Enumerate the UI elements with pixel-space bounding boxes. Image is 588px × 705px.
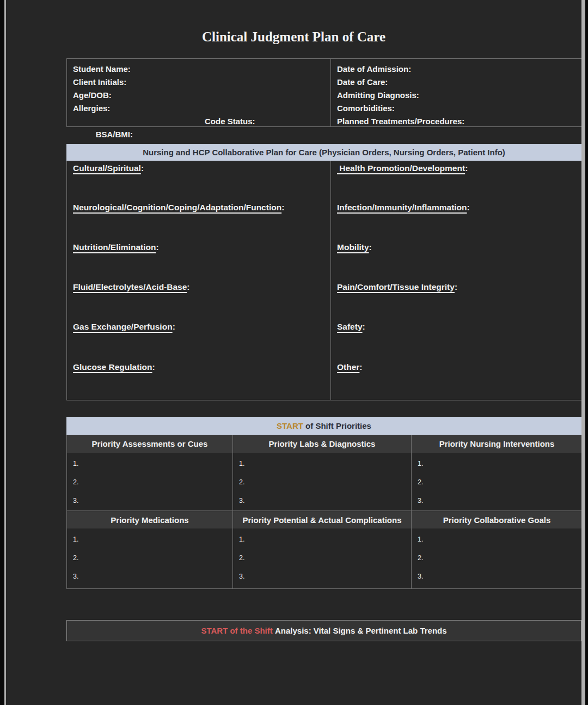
priority-item-2: 2. xyxy=(67,549,232,567)
cell-priority-labs-diagnostics[interactable]: 1. 2. 3. xyxy=(233,453,412,510)
priority-item-2: 2. xyxy=(412,549,582,567)
analysis-header-accent: START of the Shift xyxy=(201,626,272,635)
cell-priority-complications[interactable]: 1. 2. 3. xyxy=(233,528,412,589)
analysis-section-header[interactable]: START of the Shift Analysis: Vital Signs… xyxy=(66,620,581,641)
field-date-of-admission: Date of Admission: xyxy=(337,64,411,74)
table-row: Age/DOB: xyxy=(73,89,330,102)
priority-item-3: 3. xyxy=(67,491,232,510)
table-row: Comorbidities: xyxy=(337,102,581,115)
page-left-border xyxy=(4,0,6,705)
patient-info-right-cell[interactable]: Date of Admission: Date of Care: Admitti… xyxy=(331,59,581,126)
priority-item-1: 1. xyxy=(412,454,582,473)
label-other: Other: xyxy=(337,362,363,372)
analysis-header-rest: Analysis: Vital Signs & Pertinent Lab Tr… xyxy=(273,626,447,635)
label-pain-comfort-tissue: Pain/Comfort/Tissue Integrity: xyxy=(337,282,457,292)
table-row: Date of Admission: xyxy=(337,63,581,76)
priority-item-3: 3. xyxy=(412,491,582,510)
priority-item-1: 1. xyxy=(67,454,232,473)
priorities-table: Priority Assessments or Cues Priority La… xyxy=(66,435,581,589)
field-client-initials: Client Initials: xyxy=(73,77,126,87)
priority-item-3: 3. xyxy=(233,567,411,586)
collab-left-column[interactable]: Cultural/Spiritual: Neurological/Cogniti… xyxy=(67,161,331,400)
cell-priority-medications[interactable]: 1. 2. 3. xyxy=(67,528,233,589)
label-health-promotion: Health Promotion/Development: xyxy=(337,163,468,173)
priorities-header-accent: START xyxy=(277,421,303,430)
label-glucose-regulation: Glucose Regulation: xyxy=(73,362,155,372)
priority-item-2: 2. xyxy=(67,473,232,491)
patient-info-table: Student Name: Client Initials: Age/DOB: … xyxy=(66,58,581,127)
header-priority-labs-diagnostics: Priority Labs & Diagnostics xyxy=(233,435,412,453)
table-row: Client Initials: xyxy=(73,76,330,89)
document-page: Clinical Judgment Plan of Care Student N… xyxy=(6,0,581,705)
header-priority-medications: Priority Medications xyxy=(67,510,233,528)
collab-right-column[interactable]: Health Promotion/Development: Infection/… xyxy=(331,161,581,400)
field-bsa-bmi: BSA/BMI: xyxy=(96,130,133,139)
label-safety: Safety: xyxy=(337,322,365,332)
priority-item-2: 2. xyxy=(412,473,582,491)
priority-item-1: 1. xyxy=(412,530,582,549)
header-priority-assessments: Priority Assessments or Cues xyxy=(67,435,233,453)
field-code-status: Code Status: xyxy=(205,115,255,128)
cell-priority-assessments[interactable]: 1. 2. 3. xyxy=(67,453,233,510)
field-allergies: Allergies: xyxy=(73,104,110,113)
table-row: BSA/BMI: Code Status: xyxy=(73,115,330,128)
cell-priority-nursing-interventions[interactable]: 1. 2. 3. xyxy=(412,453,582,510)
collab-table: Cultural/Spiritual: Neurological/Cogniti… xyxy=(66,161,581,400)
priority-item-3: 3. xyxy=(67,567,232,586)
priority-item-3: 3. xyxy=(412,567,582,586)
label-fluid-electrolytes: Fluid/Electrolytes/Acid-Base: xyxy=(73,282,189,292)
label-mobility: Mobility: xyxy=(337,242,372,252)
label-gas-exchange-perfusion: Gas Exchange/Perfusion: xyxy=(73,322,175,332)
field-date-of-care: Date of Care: xyxy=(337,77,388,87)
header-priority-collaborative-goals: Priority Collaborative Goals xyxy=(412,510,582,528)
header-priority-nursing-interventions: Priority Nursing Interventions xyxy=(412,435,582,453)
priority-item-1: 1. xyxy=(233,530,411,549)
field-age-dob: Age/DOB: xyxy=(73,90,112,100)
label-neurological-cognition: Neurological/Cognition/Coping/Adaptation… xyxy=(73,203,284,212)
priority-item-3: 3. xyxy=(233,491,411,510)
priority-item-1: 1. xyxy=(67,530,232,549)
field-planned-treatments: Planned Treatments/Procedures: xyxy=(337,117,464,126)
table-row: Allergies: xyxy=(73,102,330,115)
priority-item-2: 2. xyxy=(233,473,411,491)
label-infection-immunity: Infection/Immunity/Inflammation: xyxy=(337,203,470,212)
table-row: Date of Care: xyxy=(337,76,581,89)
cell-priority-collaborative-goals[interactable]: 1. 2. 3. xyxy=(412,528,582,589)
table-row: Planned Treatments/Procedures: xyxy=(337,115,581,128)
scrollbar-track[interactable] xyxy=(581,0,585,705)
priorities-header-rest: of Shift Priorities xyxy=(303,421,371,430)
priority-item-1: 1. xyxy=(233,454,411,473)
table-row: Student Name: xyxy=(73,63,330,76)
field-comorbidities: Comorbidities: xyxy=(337,104,395,113)
patient-info-left-cell[interactable]: Student Name: Client Initials: Age/DOB: … xyxy=(67,59,331,126)
label-nutrition-elimination: Nutrition/Elimination: xyxy=(73,242,159,252)
field-student-name: Student Name: xyxy=(73,64,131,74)
field-admitting-diagnosis: Admitting Diagnosis: xyxy=(337,90,419,100)
priorities-section-header: START of Shift Priorities xyxy=(66,417,581,435)
collab-section-header-label: Nursing and HCP Collaborative Plan for C… xyxy=(143,148,505,157)
collab-section-header: Nursing and HCP Collaborative Plan for C… xyxy=(66,144,581,161)
table-row: Admitting Diagnosis: xyxy=(337,89,581,102)
header-priority-complications: Priority Potential & Actual Complication… xyxy=(233,510,412,528)
document-viewer: Clinical Judgment Plan of Care Student N… xyxy=(0,0,588,705)
priority-item-2: 2. xyxy=(233,549,411,567)
page-title: Clinical Judgment Plan of Care xyxy=(6,29,581,45)
label-cultural-spiritual: Cultural/Spiritual: xyxy=(73,163,144,173)
